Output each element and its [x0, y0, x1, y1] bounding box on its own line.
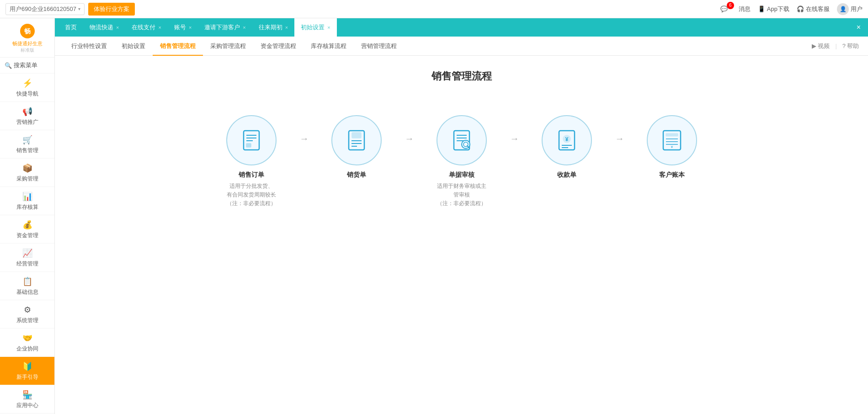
online-service-item[interactable]: 🎧 在线客服 [797, 5, 830, 13]
subtab-purchase-flow[interactable]: 采购管理流程 [203, 37, 253, 56]
flow-circle-ledger: ¥ [647, 115, 697, 165]
flow-circle-shipment [331, 115, 382, 165]
sidebar-item-collab[interactable]: 🤝 企业协同 [0, 329, 54, 357]
flow-step-receipt[interactable]: ¥ 收款单 [526, 115, 608, 182]
close-icon[interactable]: × [158, 25, 161, 30]
sidebar-item-label: 系统管理 [16, 317, 38, 324]
sidebar-item-label: 营销推广 [16, 118, 38, 126]
finance-icon: 💰 [22, 220, 32, 230]
close-icon[interactable]: × [116, 25, 119, 30]
nav-item-logistics[interactable]: 物流快递 × [83, 18, 125, 37]
payment-label: 在线支付 [132, 23, 155, 32]
headset-icon: 🎧 [797, 5, 804, 12]
marketing-icon: 📢 [22, 106, 32, 117]
user-avatar-item[interactable]: 👤 用户 [837, 3, 863, 15]
main: 首页 物流快递 × 在线支付 × 账号 × 邀请下游客户 × 往来期初 × [55, 18, 868, 414]
help-label: 帮助 [847, 42, 859, 50]
subtab-sales-flow[interactable]: 销售管理流程 [153, 37, 203, 56]
quick-nav-icon: ⚡ [22, 78, 32, 88]
sidebar-item-label: 快捷导航 [16, 90, 38, 98]
close-all-button[interactable]: × [853, 23, 864, 32]
user-label: 用户 [851, 5, 863, 13]
flow-step-review[interactable]: 单据审核 适用于财务审核或主管审核（注：非必要流程） [421, 115, 503, 208]
invite-label: 邀请下游客户 [204, 23, 240, 32]
sidebar-item-purchase[interactable]: 📦 采购管理 [0, 159, 54, 187]
nav-item-period[interactable]: 往来期初 × [252, 18, 294, 37]
flow-circle-receipt: ¥ [542, 115, 592, 165]
subtab-finance-flow[interactable]: 资金管理流程 [253, 37, 304, 56]
subtab-label: 销售管理流程 [160, 42, 196, 50]
svg-text:¥: ¥ [670, 145, 673, 149]
review-icon [449, 128, 474, 153]
step-label: 销货单 [347, 171, 366, 179]
shipment-icon [344, 128, 369, 153]
company-name: 用户690企业1660120507 [10, 5, 76, 13]
company-selector[interactable]: 用户690企业1660120507 ▾ [5, 3, 85, 15]
sidebar-item-system[interactable]: ⚙ 系统管理 [0, 300, 54, 329]
sidebar-item-sales[interactable]: 🛒 销售管理 [0, 130, 54, 159]
experience-button[interactable]: 体验行业方案 [88, 3, 135, 16]
top-bar-right: 💬 6 消息 📱 App下载 🎧 在线客服 👤 用户 [720, 3, 863, 15]
sidebar-item-label: 应用中心 [16, 402, 38, 409]
video-link[interactable]: ▶ 视频 [812, 42, 830, 50]
logo-sub: 标准版 [21, 47, 34, 53]
sidebar: 畅 畅捷通好生意 标准版 🔍 搜索菜单 ⚡ 快捷导航 📢 营销推广 🛒 销售管理… [0, 18, 55, 414]
close-icon[interactable]: × [285, 25, 288, 30]
app-logo-icon: 畅 [19, 23, 36, 39]
message-badge: 6 [727, 2, 734, 9]
receipt-icon: ¥ [554, 128, 579, 153]
close-icon[interactable]: × [327, 25, 330, 30]
sidebar-item-label: 销售管理 [16, 147, 38, 154]
subtab-inventory-flow[interactable]: 库存核算流程 [304, 37, 354, 56]
nav-item-init[interactable]: 初始设置 × [294, 18, 336, 37]
message-label: 消息 [739, 5, 751, 13]
account-label: 账号 [174, 23, 186, 32]
ledger-icon: ¥ [660, 128, 684, 153]
step-label: 收款单 [557, 171, 576, 179]
sidebar-item-finance[interactable]: 💰 资金管理 [0, 215, 54, 244]
period-label: 往来期初 [259, 23, 282, 32]
flow-step-sales-order[interactable]: 销售订单 适用于分批发货、有合同发货周期较长（注：非必要流程） [210, 115, 293, 208]
logo-text: 畅捷通好生意 [12, 40, 43, 47]
app-download-item[interactable]: 📱 App下载 [758, 5, 789, 13]
nav-item-account[interactable]: 账号 × [168, 18, 198, 37]
video-icon: ▶ [812, 42, 816, 49]
sidebar-item-business[interactable]: 📈 经营管理 [0, 244, 54, 272]
nav-item-invite[interactable]: 邀请下游客户 × [198, 18, 252, 37]
subtab-marketing-flow[interactable]: 营销管理流程 [354, 37, 404, 56]
system-icon: ⚙ [24, 305, 31, 315]
sidebar-search[interactable]: 🔍 搜索菜单 [0, 58, 54, 74]
flow-step-ledger[interactable]: ¥ 客户账本 [631, 115, 713, 182]
sidebar-item-basic[interactable]: 📋 基础信息 [0, 272, 54, 300]
nav-item-home[interactable]: 首页 [59, 18, 83, 37]
message-icon-item[interactable]: 💬 6 消息 [720, 5, 751, 13]
inventory-icon: 📊 [22, 191, 32, 202]
sidebar-item-label: 采购管理 [16, 175, 38, 183]
sidebar-item-newbie[interactable]: 🔰 新手引导 [0, 357, 54, 385]
nav-bar: 首页 物流快递 × 在线支付 × 账号 × 邀请下游客户 × 往来期初 × [55, 18, 868, 37]
sidebar-item-marketing[interactable]: 📢 营销推广 [0, 102, 54, 130]
content-title: 销售管理流程 [64, 69, 859, 83]
sidebar-item-quick-nav[interactable]: ⚡ 快捷导航 [0, 74, 54, 102]
flow-arrow-1: → [293, 115, 315, 144]
sidebar-item-inventory[interactable]: 📊 库存核算 [0, 187, 54, 215]
sales-icon: 🛒 [22, 135, 32, 145]
close-icon[interactable]: × [243, 25, 245, 30]
sidebar-item-appstore[interactable]: 🏪 应用中心 [0, 385, 54, 414]
top-bar: 用户690企业1660120507 ▾ 体验行业方案 💬 6 消息 📱 App下… [0, 0, 868, 18]
subtab-label: 营销管理流程 [361, 42, 397, 50]
layout: 畅 畅捷通好生意 标准版 🔍 搜索菜单 ⚡ 快捷导航 📢 营销推广 🛒 销售管理… [0, 18, 868, 414]
search-icon: 🔍 [5, 62, 12, 69]
subtab-label: 库存核算流程 [311, 42, 346, 50]
sidebar-item-label: 新手引导 [16, 373, 38, 381]
subtab-industry[interactable]: 行业特性设置 [64, 37, 114, 56]
close-icon[interactable]: × [189, 25, 192, 30]
appstore-icon: 🏪 [22, 390, 32, 400]
help-link[interactable]: ? 帮助 [842, 42, 859, 50]
flow-diagram: 销售订单 适用于分批发货、有合同发货周期较长（注：非必要流程） → [64, 106, 859, 218]
step-desc: 适用于分批发货、有合同发货周期较长（注：非必要流程） [227, 182, 276, 208]
svg-text:¥: ¥ [565, 136, 568, 143]
subtab-initial[interactable]: 初始设置 [114, 37, 153, 56]
flow-step-shipment[interactable]: 销货单 [315, 115, 398, 182]
nav-item-payment[interactable]: 在线支付 × [125, 18, 167, 37]
